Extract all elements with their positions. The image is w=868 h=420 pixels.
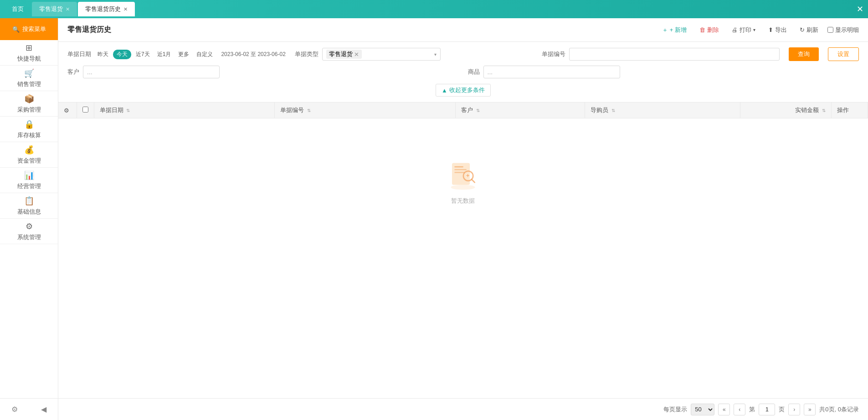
goods-select[interactable]: ... <box>483 66 620 78</box>
purchase-mgmt-icon: 📦 <box>24 94 34 104</box>
last-page-button[interactable]: » <box>804 404 816 415</box>
svg-point-0 <box>451 185 475 190</box>
total-info: 共0页, 0条记录 <box>819 405 859 414</box>
page-total-label: 页 <box>779 405 785 414</box>
th-date[interactable]: 单据日期 ⇅ <box>94 102 275 118</box>
sidebar-search[interactable]: 🔍 搜索菜单 <box>0 18 58 40</box>
export-button-label: 导出 <box>775 26 787 34</box>
sidebar-item-operations[interactable]: 📊 经营管理 <box>0 168 58 193</box>
number-sort-icon: ⇅ <box>307 108 311 113</box>
page-size-select[interactable]: 20 50 100 <box>691 404 714 415</box>
first-page-button[interactable]: « <box>718 404 730 415</box>
show-detail-checkbox-label[interactable]: 显示明细 <box>827 26 859 34</box>
new-button[interactable]: ＋ + 新增 <box>658 24 690 36</box>
table-container: ⚙ 单据日期 ⇅ 单据编号 ⇅ <box>58 102 868 398</box>
sidebar-item-quick-nav-label: 快捷导航 <box>17 55 41 63</box>
refresh-icon: ↻ <box>800 26 805 33</box>
base-info-icon: 📋 <box>24 196 34 206</box>
goods-label: 商品 <box>468 68 480 76</box>
date-opt-7days[interactable]: 近7天 <box>133 50 153 59</box>
sidebar-item-purchase-mgmt[interactable]: 📦 采购管理 <box>0 91 58 117</box>
type-select-arrow: ▾ <box>434 52 437 57</box>
tab-bar: 首页 零售退货 ✕ 零售退货历史 ✕ <box>5 2 853 16</box>
export-button[interactable]: ⬆ 导出 <box>765 24 791 36</box>
header-actions: ＋ + 新增 🗑 删除 🖨 打印 ▾ ⬆ 导出 ↻ <box>658 24 859 36</box>
query-button[interactable]: 查询 <box>789 47 819 61</box>
collapse-up-icon: ▲ <box>442 87 447 94</box>
sidebar-settings-button[interactable]: ⚙ <box>11 405 18 414</box>
new-icon: ＋ <box>662 26 668 34</box>
voucher-input[interactable] <box>569 48 780 61</box>
export-icon: ⬆ <box>768 26 773 33</box>
refresh-button-label: 刷新 <box>806 26 818 34</box>
sales-mgmt-icon: 🛒 <box>24 68 34 78</box>
new-button-label: + 新增 <box>670 26 687 34</box>
page-label: 第 <box>749 405 755 414</box>
customer-select[interactable]: ... <box>83 66 220 78</box>
delete-button[interactable]: 🗑 删除 <box>696 24 723 36</box>
tab-retail-return-history-label: 零售退货历史 <box>85 5 121 13</box>
th-guide[interactable]: 导购员 ⇅ <box>585 102 740 118</box>
th-number-label: 单据编号 <box>280 107 304 113</box>
page-input[interactable] <box>759 404 775 415</box>
prev-page-button[interactable]: ‹ <box>734 404 745 415</box>
window-close-button[interactable]: ✕ <box>857 4 863 14</box>
tab-retail-return-close[interactable]: ✕ <box>66 6 70 12</box>
data-table: ⚙ 单据日期 ⇅ 单据编号 ⇅ <box>58 102 868 241</box>
th-customer[interactable]: 客户 ⇅ <box>456 102 585 118</box>
refresh-button[interactable]: ↻ 刷新 <box>796 24 822 36</box>
date-opt-today[interactable]: 今天 <box>113 50 131 59</box>
sidebar-item-base-info[interactable]: 📋 基础信息 <box>0 193 58 219</box>
filter-row-1: 单据日期 昨天 今天 近7天 近1月 更多 自定义 2023-06-02 至 2… <box>67 47 859 61</box>
search-icon: 🔍 <box>12 26 20 33</box>
tab-retail-return[interactable]: 零售退货 ✕ <box>32 2 77 16</box>
sidebar-collapse-button[interactable]: ◀ <box>41 405 46 414</box>
finance-icon: 💰 <box>24 145 34 155</box>
th-checkbox[interactable] <box>77 102 94 118</box>
goods-filter: 商品 ... <box>468 66 859 78</box>
date-label: 单据日期 <box>67 50 91 58</box>
date-opt-more[interactable]: 更多 <box>175 50 192 59</box>
type-tag-value: 零售退货 <box>329 50 353 58</box>
select-all-checkbox[interactable] <box>82 107 88 113</box>
show-detail-checkbox[interactable] <box>827 27 833 33</box>
settings-icon[interactable]: ⚙ <box>64 107 69 114</box>
set-button[interactable]: 设置 <box>828 47 859 61</box>
sidebar-item-finance[interactable]: 💰 资金管理 <box>0 142 58 168</box>
th-actions: 操作 <box>832 102 868 118</box>
date-options: 昨天 今天 近7天 近1月 更多 自定义 <box>95 50 216 59</box>
sidebar-item-finance-label: 资金管理 <box>17 157 41 165</box>
filter-area: 单据日期 昨天 今天 近7天 近1月 更多 自定义 2023-06-02 至 2… <box>58 42 868 102</box>
tab-home[interactable]: 首页 <box>5 2 31 16</box>
print-chevron-icon: ▾ <box>753 27 755 32</box>
next-page-button[interactable]: › <box>788 404 800 415</box>
voucher-label: 单据编号 <box>542 50 565 58</box>
pagination-bar: 每页显示 20 50 100 « ‹ 第 页 › » 共0页, 0条记录 <box>58 398 868 420</box>
tab-retail-return-history[interactable]: 零售退货历史 ✕ <box>78 2 135 16</box>
customer-filter: 客户 ... <box>67 66 459 78</box>
collapse-button[interactable]: ▲ 收起更多条件 <box>436 84 491 97</box>
sidebar-item-base-info-label: 基础信息 <box>17 208 41 216</box>
tab-retail-return-history-close[interactable]: ✕ <box>123 6 128 12</box>
sidebar-item-sales-mgmt[interactable]: 🛒 销售管理 <box>0 66 58 91</box>
sidebar-search-label: 搜索菜单 <box>22 25 46 33</box>
sidebar-item-inventory[interactable]: 🔒 库存核算 <box>0 117 58 142</box>
date-opt-custom[interactable]: 自定义 <box>194 50 216 59</box>
sidebar-item-system-mgmt-label: 系统管理 <box>17 233 41 241</box>
date-opt-yesterday[interactable]: 昨天 <box>95 50 111 59</box>
th-number[interactable]: 单据编号 ⇅ <box>275 102 456 118</box>
inventory-icon: 🔒 <box>24 119 34 129</box>
type-select[interactable]: 零售退货 ✕ ▾ <box>322 48 441 61</box>
system-mgmt-icon: ⚙ <box>26 221 33 231</box>
th-amount[interactable]: 实销金额 ⇅ <box>740 102 832 118</box>
date-opt-1month[interactable]: 近1月 <box>154 50 174 59</box>
print-button[interactable]: 🖨 打印 ▾ <box>728 24 759 36</box>
empty-illustration <box>445 155 481 191</box>
th-settings[interactable]: ⚙ <box>58 102 77 118</box>
type-tag-close[interactable]: ✕ <box>354 51 359 58</box>
date-filter: 单据日期 昨天 今天 近7天 近1月 更多 自定义 2023-06-02 至 2… <box>67 50 286 59</box>
amount-sort-icon: ⇅ <box>822 108 826 113</box>
sidebar-item-quick-nav[interactable]: ⊞ 快捷导航 <box>0 40 58 66</box>
goods-ellipsis: ... <box>488 68 493 76</box>
sidebar-item-system-mgmt[interactable]: ⚙ 系统管理 <box>0 219 58 244</box>
